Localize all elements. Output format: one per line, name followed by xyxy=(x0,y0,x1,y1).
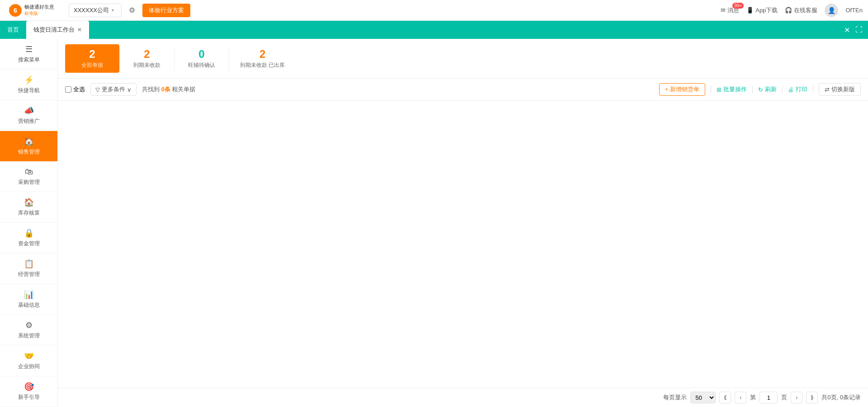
app-download-action[interactable]: 📱 App下载 xyxy=(746,6,778,14)
company-chevron-icon: ▾ xyxy=(112,8,114,13)
stat-overdue-shipped-number: 2 xyxy=(259,48,265,61)
per-page-label: 每页显示 xyxy=(663,393,687,402)
batch-ops-icon: ⊞ xyxy=(717,86,722,93)
online-service-label: 在线客服 xyxy=(794,6,817,14)
per-page-select[interactable]: 50 100 200 xyxy=(690,392,716,403)
next-page-button[interactable]: › xyxy=(791,392,802,403)
app-download-label: App下载 xyxy=(755,6,778,14)
sidebar-item-guide-label: 新手引导 xyxy=(18,393,40,401)
stat-overdue-shipped-label: 到期未收款 已出库 xyxy=(240,61,285,69)
page-number-input[interactable] xyxy=(760,392,778,403)
app-name: 畅捷通好生意 xyxy=(24,4,54,10)
tab-home[interactable]: 首页 xyxy=(0,21,26,39)
select-all-input[interactable] xyxy=(65,86,71,93)
first-page-button[interactable]: ⟪ xyxy=(719,392,731,403)
tab-close-icon[interactable]: ✕ xyxy=(77,27,82,33)
logo-area: 6 畅捷通好生意 标准版 xyxy=(5,0,63,20)
company-selector[interactable]: XXXXXX公司 ▾ xyxy=(69,4,122,17)
purchase-icon: 🛍 xyxy=(25,167,33,177)
tab-sales-workbench-label: 钱货日清工作台 xyxy=(33,26,75,34)
main-layout: ☰ 搜索菜单 ⚡ 快捷导航 📣 营销推广 🏠 销售管理 🛍 采购管理 🏠 库存核… xyxy=(0,39,868,407)
sidebar-item-basic-info[interactable]: 📊 基础信息 xyxy=(0,284,57,315)
sidebar-item-sales-label: 销售管理 xyxy=(18,148,40,156)
prev-page-button[interactable]: ‹ xyxy=(735,392,746,403)
sidebar-item-marketing[interactable]: 📣 营销推广 xyxy=(0,100,57,131)
last-page-button[interactable]: ⟫ xyxy=(806,392,818,403)
sidebar-item-system[interactable]: ⚙ 系统管理 xyxy=(0,315,57,346)
sidebar-item-sales[interactable]: 🏠 销售管理 xyxy=(0,131,57,162)
toolbar-left: 全选 ▽ 更多条件 ∨ 共找到 0条 相关单据 xyxy=(65,83,654,96)
stat-all-orders-number: 2 xyxy=(89,48,95,61)
sidebar-item-inventory[interactable]: 🏠 库存核算 xyxy=(0,192,57,223)
app-edition: 标准版 xyxy=(24,10,54,17)
sidebar-item-guide[interactable]: 🎯 新手引导 xyxy=(0,376,57,407)
top-header: 6 畅捷通好生意 标准版 XXXXXX公司 ▾ ⚙ 体验行业方案 ✉ 消息 99… xyxy=(0,0,868,21)
tab-bar-close-icon[interactable]: ✕ xyxy=(844,26,850,34)
tab-bar: 首页 钱货日清工作台 ✕ ✕ ⛶ xyxy=(0,21,868,39)
trial-button[interactable]: 体验行业方案 xyxy=(142,4,190,17)
sidebar-item-purchase[interactable]: 🛍 采购管理 xyxy=(0,162,57,192)
online-service-action[interactable]: 🎧 在线客服 xyxy=(785,6,817,14)
switch-new-button[interactable]: ⇄ 切换新版 xyxy=(819,83,861,96)
batch-ops-button[interactable]: ⊞ 批量操作 xyxy=(717,85,747,94)
table-empty-area xyxy=(58,101,868,388)
stat-overdue-uncollected[interactable]: 2 到期未收款 xyxy=(120,44,174,73)
sidebar-item-operations-label: 经营管理 xyxy=(18,271,40,278)
stat-overdue-label: 到期未收款 xyxy=(133,61,160,69)
stat-wangfu-pending[interactable]: 0 旺辅待确认 xyxy=(175,44,229,73)
marketing-icon: 📣 xyxy=(24,106,34,116)
toolbar-right: + 新增销货单 ⊞ 批量操作 ↻ 刷新 🖨 打印 ⇄ xyxy=(659,83,861,96)
print-button[interactable]: 🖨 打印 xyxy=(788,85,807,94)
basic-info-icon: 📊 xyxy=(24,290,34,299)
found-count: 0条 xyxy=(161,86,170,93)
toolbar-divider-4 xyxy=(813,86,813,93)
stat-overdue-shipped[interactable]: 2 到期未收款 已出库 xyxy=(229,44,296,73)
avatar[interactable]: 👤 xyxy=(825,4,838,17)
inventory-icon: 🏠 xyxy=(24,197,34,207)
sidebar-item-search[interactable]: ☰ 搜索菜单 xyxy=(0,39,57,70)
sidebar-item-quick-nav-label: 快捷导航 xyxy=(18,87,40,94)
more-filter-button[interactable]: ▽ 更多条件 ∨ xyxy=(90,83,137,96)
select-all-checkbox[interactable]: 全选 xyxy=(65,85,85,94)
sidebar-item-quick-nav[interactable]: ⚡ 快捷导航 xyxy=(0,70,57,100)
messages-action[interactable]: ✉ 消息 99+ xyxy=(721,6,739,14)
user-name: OfTEn xyxy=(845,7,863,14)
system-icon: ⚙ xyxy=(25,320,33,330)
refresh-label: 刷新 xyxy=(765,85,777,94)
toolbar: 全选 ▽ 更多条件 ∨ 共找到 0条 相关单据 + 新增销货单 ⊞ 批 xyxy=(58,79,868,101)
tab-sales-workbench[interactable]: 钱货日清工作台 ✕ xyxy=(26,21,89,39)
guide-icon: 🎯 xyxy=(24,382,34,392)
sidebar-item-search-label: 搜索菜单 xyxy=(18,56,40,64)
stat-wangfu-number: 0 xyxy=(198,48,204,61)
quick-nav-icon: ⚡ xyxy=(24,75,34,85)
toolbar-divider-3 xyxy=(782,86,783,93)
sidebar-item-purchase-label: 采购管理 xyxy=(18,178,40,186)
sidebar-item-system-label: 系统管理 xyxy=(18,332,40,340)
sidebar-item-cooperation[interactable]: 🤝 企业协同 xyxy=(0,346,57,376)
sidebar-item-basic-info-label: 基础信息 xyxy=(18,301,40,309)
service-icon: 🎧 xyxy=(785,7,792,14)
toolbar-divider-2 xyxy=(752,86,753,93)
sales-icon: 🏠 xyxy=(24,136,34,146)
operations-icon: 📋 xyxy=(24,259,34,269)
tab-bar-expand-icon[interactable]: ⛶ xyxy=(855,26,863,34)
cooperation-icon: 🤝 xyxy=(24,351,34,361)
stat-overdue-number: 2 xyxy=(144,48,150,61)
new-sales-button[interactable]: + 新增销货单 xyxy=(659,83,705,96)
pagination-bar: 每页显示 50 100 200 ⟪ ‹ 第 页 › ⟫ 共0页, 0条记录 xyxy=(58,388,868,407)
stat-all-orders[interactable]: 2 全部单据 xyxy=(65,44,119,73)
switch-icon: ⇄ xyxy=(825,86,830,93)
finance-icon: 🔒 xyxy=(24,228,34,238)
settings-icon[interactable]: ⚙ xyxy=(125,4,139,17)
sidebar-item-inventory-label: 库存核算 xyxy=(18,209,40,217)
print-label: 打印 xyxy=(796,85,807,94)
refresh-button[interactable]: ↻ 刷新 xyxy=(758,85,777,94)
tab-home-label: 首页 xyxy=(7,26,19,34)
switch-label: 切换新版 xyxy=(831,85,855,94)
sidebar-item-operations[interactable]: 📋 经营管理 xyxy=(0,253,57,284)
sidebar-item-finance[interactable]: 🔒 资金管理 xyxy=(0,223,57,253)
toolbar-divider-1 xyxy=(711,86,711,93)
refresh-icon: ↻ xyxy=(758,86,763,93)
stats-row: 2 全部单据 2 到期未收款 0 旺辅待确认 2 到期未收款 已出库 xyxy=(58,39,868,79)
app-logo-icon: 6 xyxy=(9,4,22,17)
